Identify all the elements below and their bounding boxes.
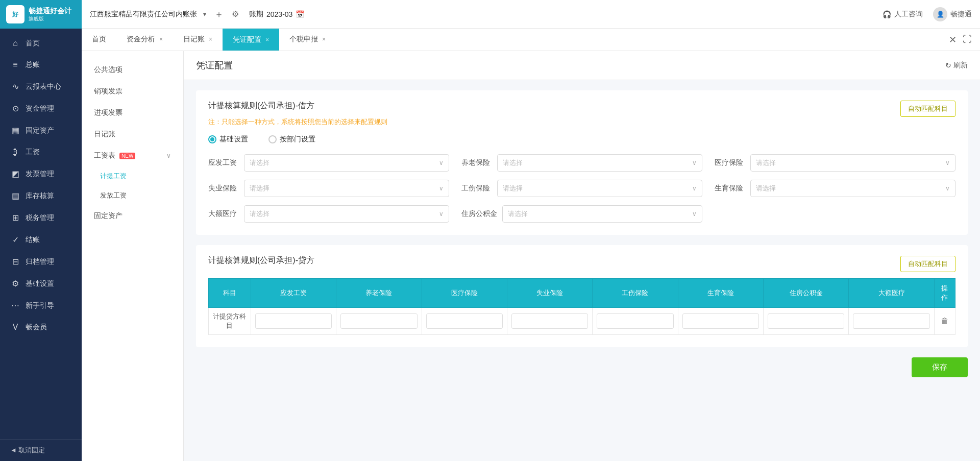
sidebar-item-salary[interactable]: ₿ 工资 — [0, 141, 82, 163]
td-gongshang[interactable] — [593, 308, 678, 335]
sidebar-item-checkout[interactable]: ✓ 结账 — [0, 229, 82, 251]
right-content: 凭证配置 ↻ 刷新 计提核算规则(公司承担)-借方 注：只能选择一种方式，系统将… — [184, 51, 980, 461]
td-yiliao[interactable] — [422, 308, 507, 335]
settings-button[interactable]: ⚙ — [232, 9, 239, 19]
td-daejiliao[interactable] — [849, 308, 934, 335]
th-yanglao: 养老保险 — [336, 279, 422, 308]
menu-jiti[interactable]: 计提工资 — [82, 166, 183, 186]
menu-fixed-assets[interactable]: 固定资产 — [82, 205, 183, 227]
tabs-actions: ✕ ⛶ — [941, 29, 980, 51]
add-tab-button[interactable]: ＋ — [212, 6, 226, 22]
select-yingfa[interactable]: 请选择 ∨ — [244, 154, 449, 172]
sidebar-label-tax: 税务管理 — [26, 213, 54, 223]
section2-card: 计提核算规则(公司承担)-贷方 自动匹配科目 科目 应发工资 养老保险 医疗保险 — [196, 245, 968, 347]
sidebar-item-vip[interactable]: V 畅会员 — [0, 317, 82, 338]
radio-dept[interactable]: 按部门设置 — [268, 135, 315, 144]
td-shengyu[interactable] — [678, 308, 763, 335]
period-value: 2023-03 — [266, 10, 292, 18]
radio-basic[interactable]: 基础设置 — [208, 135, 248, 144]
td-yanglao[interactable] — [336, 308, 422, 335]
user-area[interactable]: 👤 畅捷通 — [933, 7, 972, 21]
field-yiliao: 医疗保险 请选择 ∨ — [715, 154, 955, 172]
select-yiliao[interactable]: 请选择 ∨ — [750, 154, 955, 172]
tab-tax-report-close[interactable]: × — [322, 36, 326, 43]
input-shengyu[interactable] — [682, 313, 759, 329]
stock-icon: ▤ — [10, 191, 20, 201]
menu-fafa[interactable]: 发放工资 — [82, 186, 183, 205]
radio-basic-circle — [208, 135, 216, 143]
menu-public[interactable]: 公共选项 — [82, 59, 183, 81]
select-shiye[interactable]: 请选择 ∨ — [244, 180, 449, 197]
tab-journal-close[interactable]: × — [209, 36, 212, 43]
td-row-label: 计提贷方科目 — [209, 308, 251, 335]
guide-icon: ⋯ — [10, 301, 20, 310]
select-daejiliao[interactable]: 请选择 ∨ — [244, 205, 449, 223]
refresh-button[interactable]: ↻ 刷新 — [945, 61, 968, 70]
period-selector[interactable]: 账期 2023-03 📅 — [249, 10, 304, 19]
menu-sales-label: 销项发票 — [94, 87, 122, 96]
tab-voucher-config[interactable]: 凭证配置 × — [223, 29, 279, 51]
salary-icon: ₿ — [10, 148, 20, 157]
tab-tax-report[interactable]: 个税申报 × — [279, 29, 336, 51]
label-shengyu: 生育保险 — [715, 184, 745, 193]
select-yanglao[interactable]: 请选择 ∨ — [497, 154, 702, 172]
tab-funds[interactable]: 资金分析 × — [116, 29, 173, 51]
sidebar-item-home[interactable]: ⌂ 首页 — [0, 33, 82, 54]
sidebar-item-reports[interactable]: ∿ 云报表中心 — [0, 76, 82, 98]
input-yiliao[interactable] — [426, 313, 503, 329]
sidebar-nav: ⌂ 首页 ≡ 总账 ∿ 云报表中心 ⊙ 资金管理 ▦ 固定资产 ₿ 工资 ◩ 发… — [0, 29, 82, 439]
sidebar-item-stock[interactable]: ▤ 库存核算 — [0, 185, 82, 207]
expand-icon: ∨ — [166, 152, 171, 159]
service-button[interactable]: 🎧 人工咨询 — [883, 10, 923, 19]
expand-tab-button[interactable]: ⛶ — [963, 34, 972, 45]
select-shengyu-placeholder: 请选择 — [756, 184, 776, 193]
sidebar-item-guide[interactable]: ⋯ 新手引导 — [0, 295, 82, 317]
td-shiye[interactable] — [507, 308, 592, 335]
top-bar-right: 🎧 人工咨询 👤 畅捷通 — [883, 7, 972, 21]
calendar-icon: 📅 — [296, 10, 304, 18]
tab-voucher-config-close[interactable]: × — [265, 36, 269, 43]
menu-purchase-label: 进项发票 — [94, 108, 122, 117]
td-delete[interactable]: 🗑 — [934, 308, 955, 335]
sidebar-item-archive[interactable]: ⊟ 归档管理 — [0, 251, 82, 273]
auto-match-button-s2[interactable]: 自动匹配科目 — [900, 256, 955, 272]
page-body: 计提核算规则(公司承担)-借方 注：只能选择一种方式，系统将按照您当前的选择来配… — [184, 80, 980, 461]
input-gongshang[interactable] — [597, 313, 673, 329]
funds-icon: ⊙ — [10, 104, 20, 113]
close-tab-button[interactable]: ✕ — [949, 34, 957, 45]
section1-note: 注：只能选择一种方式，系统将按照您当前的选择来配置规则 — [208, 117, 955, 127]
sidebar-item-settings[interactable]: ⚙ 基础设置 — [0, 273, 82, 295]
menu-fafa-label: 发放工资 — [100, 191, 127, 199]
td-yingfa[interactable] — [251, 308, 336, 335]
fixed-icon: ▦ — [10, 126, 20, 135]
input-zhufang[interactable] — [768, 313, 844, 329]
td-zhufang[interactable] — [764, 308, 849, 335]
tab-home[interactable]: 首页 — [82, 29, 116, 51]
cancel-fixed-button[interactable]: ◄ 取消固定 — [0, 439, 82, 461]
input-shiye[interactable] — [511, 313, 588, 329]
input-daejiliao[interactable] — [853, 313, 929, 329]
menu-salary-table[interactable]: 工资表 NEW ∨ — [82, 145, 183, 166]
tab-funds-close[interactable]: × — [159, 36, 163, 43]
sidebar-item-ledger[interactable]: ≡ 总账 — [0, 54, 82, 76]
menu-purchase[interactable]: 进项发票 — [82, 102, 183, 124]
menu-journal[interactable]: 日记账 — [82, 124, 183, 145]
company-dropdown-icon[interactable]: ▾ — [203, 11, 206, 18]
sidebar-item-fixed[interactable]: ▦ 固定资产 — [0, 119, 82, 141]
select-gongshang[interactable]: 请选择 ∨ — [497, 180, 702, 197]
auto-match-button-s1[interactable]: 自动匹配科目 — [900, 101, 955, 117]
select-shengyu[interactable]: 请选择 ∨ — [750, 180, 955, 197]
tab-journal[interactable]: 日记账 × — [173, 29, 223, 51]
field-shengyu: 生育保险 请选择 ∨ — [715, 180, 955, 197]
select-zhufang[interactable]: 请选择 ∨ — [502, 205, 702, 223]
sidebar-item-tax[interactable]: ⊞ 税务管理 — [0, 207, 82, 229]
save-button[interactable]: 保存 — [912, 357, 968, 377]
menu-sales[interactable]: 销项发票 — [82, 81, 183, 102]
section2-title: 计提核算规则(公司承担)-贷方 — [208, 255, 314, 266]
sidebar-item-invoice[interactable]: ◩ 发票管理 — [0, 163, 82, 185]
sidebar-item-funds[interactable]: ⊙ 资金管理 — [0, 98, 82, 119]
delete-row-button[interactable]: 🗑 — [941, 317, 949, 325]
home-icon: ⌂ — [10, 39, 20, 48]
input-yanglao[interactable] — [340, 313, 417, 329]
input-yingfa[interactable] — [255, 313, 332, 329]
